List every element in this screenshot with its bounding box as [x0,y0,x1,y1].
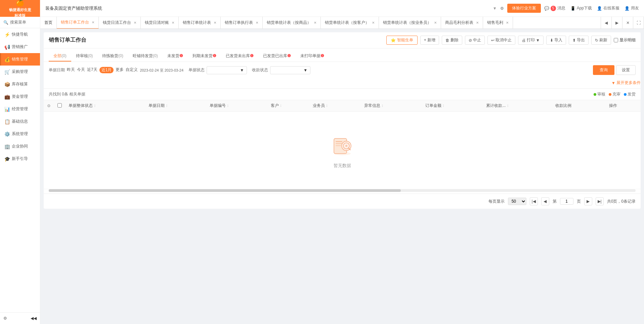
tab-close-icon[interactable]: ✕ [434,21,437,25]
add-button[interactable]: + 新增 [420,36,439,45]
show-detail-checkbox-label[interactable]: 显示明细 [614,37,636,43]
subtab-pending-inspect[interactable]: 待拣验货(0) [97,51,128,62]
page-title: 销售订单工作台 [49,37,86,44]
tab-sales-summary-prod[interactable]: 销货单统计表（按商品） ✕ [263,17,321,29]
date-1month[interactable]: 近1月 [99,67,114,73]
industry-solution-button[interactable]: 体验行业方案 [507,4,541,13]
settings-gear-icon[interactable]: ⚙ [3,316,7,321]
sidebar-item-quick-nav[interactable]: ⚡ 快捷导航 [0,28,40,41]
col-status: 单据整体状态↕ [65,100,145,112]
sidebar-item-basicinfo[interactable]: 📋 基础信息 [0,115,40,128]
header-settings-icon[interactable]: ⚙ [500,6,504,11]
set-button[interactable]: 设置 [616,65,636,75]
date-more[interactable]: 更多 [116,67,124,73]
ship-action[interactable]: 发货 [624,91,636,97]
import-button[interactable]: ⬇ 导入 [546,36,566,45]
page-next-button[interactable]: ▶ [584,197,592,205]
online-service-label: 在线客服 [603,5,619,11]
page-prev-button[interactable]: ◀ [541,197,549,205]
subtab-shipped-not-out[interactable]: 已发货未出库❶ [221,51,258,62]
payment-filter-select[interactable]: ▼ [270,66,310,74]
tab-close-icon[interactable]: ✕ [372,21,375,25]
sidebar-search[interactable]: 🔍 搜索菜单 [0,17,40,28]
tab-sales-exec[interactable]: 销售订单执行表 ✕ [221,17,263,29]
tab-prev-button[interactable]: ◀ [601,17,612,29]
tab-gross-margin[interactable]: 商品毛利分析表 ✕ [441,17,483,29]
smart-order-button[interactable]: ⭐ 智能生单 [386,36,418,45]
tab-close-all-button[interactable]: ✕ [622,17,633,29]
tab-close-icon[interactable]: ✕ [134,21,136,25]
tab-sales-summary-staff[interactable]: 销货单统计表（按业务员） ✕ [379,17,441,29]
date-yesterday[interactable]: 昨天 [67,67,75,73]
system-icon: ⚙️ [4,131,10,137]
status-filter-item: 单据状态 ▼ [188,66,247,74]
expand-conditions-button[interactable]: ▼ 展开更多条件 [611,80,641,86]
review-action[interactable]: 审核 [594,91,605,97]
tab-close-icon[interactable]: ✕ [92,21,94,24]
export-button[interactable]: ⬆ 导出 [569,36,589,45]
date-custom[interactable]: 自定义 [126,67,138,73]
sidebar-item-marketing[interactable]: 📢 营销推广 [0,41,40,53]
tab-close-icon[interactable]: ✕ [256,21,258,25]
tab-sales-summary-cust[interactable]: 销货单统计表（按客户） ✕ [321,17,379,29]
sidebar-item-sales[interactable]: 💰 销售管理 [0,53,40,66]
subtab-all[interactable]: 全部(0) [49,51,71,62]
user-avatar[interactable]: 👤 用友 [625,5,639,11]
tab-close-icon[interactable]: ✕ [172,21,174,25]
tab-home[interactable]: 首页 [40,17,57,29]
page-size-select[interactable]: 50 20 100 [508,198,526,205]
tab-close-icon[interactable]: ✕ [314,21,316,25]
date-today[interactable]: 今天 [77,67,85,73]
subtab-not-shipped[interactable]: 未发货❶ [163,51,188,62]
sidebar-item-purchase[interactable]: 🛒 采购管理 [0,66,40,78]
header-dropdown-icon[interactable]: ▼ [493,6,497,11]
tab-cash-reconcile[interactable]: 钱货日清对账 ✕ [141,17,179,29]
subtab-pending-review[interactable]: 待审核(0) [71,51,98,62]
show-detail-checkbox[interactable] [614,38,618,42]
subtab-wangpu-deliver[interactable]: 旺铺待发货(0) [128,51,163,62]
date-7days[interactable]: 近7天 [87,67,97,73]
select-all-checkbox[interactable] [57,103,62,108]
cancel-stop-button[interactable]: ↩ 取消中止 [487,36,515,45]
cancel-review-action[interactable]: 充审 [609,91,620,97]
stop-button[interactable]: ⊘ 中止 [465,36,485,45]
logo-text: 畅捷通好生意 [9,7,31,12]
subtab-shipped-out[interactable]: 已发货已出库❶ [258,51,296,62]
online-service-button[interactable]: 👤 在线客服 [597,5,619,11]
col-settings[interactable]: ⚙ [44,100,54,112]
subtab-overdue-ship[interactable]: 到期未发货❶ [188,51,221,62]
message-button[interactable]: 💬 5 消息 [544,5,565,11]
tab-close-icon[interactable]: ✕ [506,21,509,25]
sidebar-item-system[interactable]: ⚙️ 系统管理 [0,128,40,140]
sales-label: 销售管理 [12,56,28,62]
tab-cash-daily[interactable]: 钱货日清工作台 ✕ [99,17,141,29]
page-first-button[interactable]: |◀ [530,197,538,205]
subtab-not-printed[interactable]: 未打印单据❶ [296,51,329,62]
scrollbar-thumb[interactable] [49,189,401,192]
horizontal-scrollbar[interactable] [49,189,636,192]
sidebar-item-enterprise[interactable]: 🏢 企业协同 [0,140,40,153]
col-checkbox[interactable] [54,100,65,112]
tab-sales-profit[interactable]: 销售毛利 ✕ [483,17,513,29]
tab-expand-button[interactable]: ⛶ [633,17,644,29]
tab-sales-workbench[interactable]: 销售订单工作台 ✕ [57,17,99,29]
payment-filter-label: 收款状态 [252,67,268,73]
print-button[interactable]: 🖨 打印 ▼ [518,36,544,45]
sidebar-item-inventory[interactable]: 📦 库存核算 [0,78,40,90]
sidebar-item-finance[interactable]: 💼 资金管理 [0,90,40,103]
page-last-button[interactable]: ▶| [596,197,604,205]
page-number-input[interactable] [560,198,573,205]
query-button[interactable]: 查询 [593,65,614,75]
sidebar: 🍊 畅捷通好生意 标准版 🔍 搜索菜单 ⚡ 快捷导航 📢 营销推广 💰 销售管理… [0,0,40,324]
tab-close-icon[interactable]: ✕ [476,21,479,25]
status-filter-select[interactable]: ▼ [207,66,247,74]
refresh-button[interactable]: ↻ 刷新 [591,36,611,45]
delete-button[interactable]: 🗑 删除 [442,36,462,45]
tab-close-icon[interactable]: ✕ [214,21,216,25]
app-download-button[interactable]: 📱 App下载 [570,5,592,11]
sidebar-item-guide[interactable]: 🎓 新手引导 [0,153,40,165]
tab-sales-stat[interactable]: 销售订单统计表 ✕ [179,17,221,29]
sidebar-collapse-icon[interactable]: ◀◀ [31,316,37,321]
sidebar-item-operations[interactable]: 📊 经营管理 [0,103,40,115]
tab-next-button[interactable]: ▶ [612,17,622,29]
